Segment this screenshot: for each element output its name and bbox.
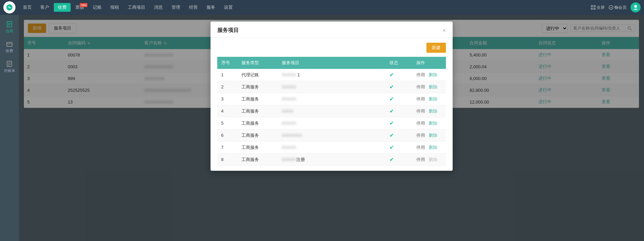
stop-button[interactable]: 停用 bbox=[416, 145, 425, 150]
modal-row-seq: 8 bbox=[217, 154, 237, 166]
modal-col-action: 操作 bbox=[412, 57, 446, 69]
nav-manage[interactable]: 管理 bbox=[167, 3, 184, 12]
nav-tax[interactable]: 报税 bbox=[106, 3, 123, 12]
modal-row-item: XXXXXXX bbox=[278, 129, 385, 142]
modal-row-type: 代理记账 bbox=[237, 69, 278, 81]
delete-button[interactable]: 删除 bbox=[429, 121, 438, 126]
nav-service[interactable]: 服务 bbox=[202, 3, 219, 12]
content-area: 新增 服务项目 进行中 已结束 全部 bbox=[19, 15, 644, 241]
delete-button-disabled: 删除 bbox=[429, 157, 438, 162]
modal-table-row: 2 工商服务 XXXXX ✔ 停用 删除 bbox=[217, 81, 446, 93]
modal-table-row: 1 代理记账 XXXXX 1 ✔ 停用 删除 bbox=[217, 69, 446, 81]
modal-table-row: 8 工商服务 XXXXX注册 ✔ 停用 删除 bbox=[217, 154, 446, 166]
modal-table-row: 3 工商服务 XXXXX ✔ 停用 删除 bbox=[217, 93, 446, 105]
service-items-modal: 服务项目 × 新建 序号 服务类型 服务项目 状态 bbox=[211, 22, 453, 171]
user-avatar[interactable] bbox=[631, 2, 641, 12]
stop-button[interactable]: 停用 bbox=[416, 133, 425, 138]
modal-table-row: 6 工商服务 XXXXXXX ✔ 停用 删除 bbox=[217, 129, 446, 142]
svg-point-6 bbox=[634, 5, 637, 8]
new-badge: new bbox=[80, 3, 87, 7]
modal-row-actions: 停用 删除 bbox=[412, 154, 446, 166]
modal-body: 新建 序号 服务类型 服务项目 状态 操作 bbox=[211, 38, 453, 171]
modal-col-seq: 序号 bbox=[217, 57, 237, 69]
stop-button[interactable]: 停用 bbox=[416, 96, 425, 102]
modal-row-status: ✔ bbox=[385, 142, 412, 154]
delete-button[interactable]: 删除 bbox=[429, 109, 438, 114]
modal-row-type: 工商服务 bbox=[237, 117, 278, 129]
svg-point-13 bbox=[8, 45, 8, 45]
modal-row-actions: 停用 删除 bbox=[412, 117, 446, 129]
sidebar-item-contract[interactable]: 合同 bbox=[1, 18, 18, 36]
app-logo bbox=[3, 1, 15, 13]
modal-row-seq: 1 bbox=[217, 69, 237, 81]
modal-row-status: ✔ bbox=[385, 81, 412, 93]
nav-business[interactable]: 工商项目 bbox=[124, 3, 149, 12]
delete-button[interactable]: 删除 bbox=[429, 145, 438, 150]
modal-row-item: XXXXX bbox=[278, 117, 385, 129]
main-layout: 合同 收费 对账单 新增 服务项目 bbox=[0, 15, 644, 241]
sidebar-item-fee[interactable]: 收费 bbox=[1, 38, 18, 56]
modal-toolbar: 新建 bbox=[217, 43, 446, 53]
modal-row-seq: 5 bbox=[217, 117, 237, 129]
sidebar-item-statement[interactable]: 对账单 bbox=[1, 58, 18, 76]
delete-button[interactable]: 删除 bbox=[429, 133, 438, 138]
nav-account[interactable]: 记账 bbox=[89, 3, 106, 12]
nav-message[interactable]: 消息 bbox=[150, 3, 167, 12]
modal-row-item: XXXXX bbox=[278, 93, 385, 105]
nav-items: 首页 客户 收费 票据 new 记账 报税 工商项目 消息 管理 经营 服务 设… bbox=[19, 3, 591, 12]
nav-fee[interactable]: 收费 bbox=[54, 3, 71, 12]
delete-button[interactable]: 删除 bbox=[429, 84, 438, 89]
modal-new-button[interactable]: 新建 bbox=[426, 43, 446, 53]
modal-row-status: ✔ bbox=[385, 93, 412, 105]
modal-row-seq: 3 bbox=[217, 93, 237, 105]
stop-button[interactable]: 停用 bbox=[416, 157, 425, 162]
stop-button[interactable]: 停用 bbox=[416, 121, 425, 126]
modal-row-actions: 停用 删除 bbox=[412, 105, 446, 117]
modal-col-item: 服务项目 bbox=[278, 57, 385, 69]
nav-operation[interactable]: 经营 bbox=[185, 3, 202, 12]
modal-row-type: 工商服务 bbox=[237, 93, 278, 105]
modal-table-row: 4 工商服务 XXXX ✔ 停用 删除 bbox=[217, 105, 446, 117]
nav-customer[interactable]: 客户 bbox=[36, 3, 53, 12]
delete-button[interactable]: 删除 bbox=[429, 96, 438, 102]
modal-row-type: 工商服务 bbox=[237, 105, 278, 117]
top-nav-right: 全屏 畅会员 bbox=[591, 2, 641, 12]
modal-row-seq: 4 bbox=[217, 105, 237, 117]
nav-settings[interactable]: 设置 bbox=[220, 3, 237, 12]
nav-invoice[interactable]: 票据 new bbox=[71, 3, 88, 12]
service-items-table: 序号 服务类型 服务项目 状态 操作 1 代理记账 XXXXX bbox=[217, 57, 446, 166]
member-button[interactable]: 畅会员 bbox=[609, 5, 627, 10]
nav-home[interactable]: 首页 bbox=[19, 3, 36, 12]
modal-row-item: XXXXX bbox=[278, 81, 385, 93]
svg-rect-3 bbox=[591, 8, 593, 9]
svg-rect-1 bbox=[591, 5, 593, 7]
modal-row-actions: 停用 删除 bbox=[412, 81, 446, 93]
fullscreen-button[interactable]: 全屏 bbox=[591, 5, 605, 10]
modal-row-type: 工商服务 bbox=[237, 129, 278, 142]
modal-header: 服务项目 × bbox=[211, 22, 453, 38]
svg-rect-4 bbox=[594, 8, 595, 9]
modal-row-status: ✔ bbox=[385, 117, 412, 129]
modal-row-status: ✔ bbox=[385, 105, 412, 117]
modal-overlay: 服务项目 × 新建 序号 服务类型 服务项目 状态 bbox=[19, 15, 644, 241]
modal-row-item: XXXXX bbox=[278, 142, 385, 154]
modal-row-actions: 停用 删除 bbox=[412, 142, 446, 154]
delete-button[interactable]: 删除 bbox=[429, 72, 438, 77]
stop-button[interactable]: 停用 bbox=[416, 84, 425, 89]
modal-row-status: ✔ bbox=[385, 129, 412, 142]
svg-rect-14 bbox=[7, 61, 12, 67]
modal-title: 服务项目 bbox=[217, 27, 239, 34]
stop-button[interactable]: 停用 bbox=[416, 109, 425, 114]
modal-row-type: 工商服务 bbox=[237, 142, 278, 154]
modal-row-item: XXXXX注册 bbox=[278, 154, 385, 166]
modal-row-status: ✔ bbox=[385, 154, 412, 166]
modal-row-item: XXXXX 1 bbox=[278, 69, 385, 81]
modal-close-button[interactable]: × bbox=[443, 28, 446, 33]
modal-row-item: XXXX bbox=[278, 105, 385, 117]
modal-row-seq: 2 bbox=[217, 81, 237, 93]
modal-table-row: 7 工商服务 XXXXX ✔ 停用 删除 bbox=[217, 142, 446, 154]
modal-row-actions: 停用 删除 bbox=[412, 129, 446, 142]
modal-table-row: 5 工商服务 XXXXX ✔ 停用 删除 bbox=[217, 117, 446, 129]
top-navigation: 首页 客户 收费 票据 new 记账 报税 工商项目 消息 管理 经营 服务 设… bbox=[0, 0, 644, 15]
stop-button[interactable]: 停用 bbox=[416, 72, 425, 77]
